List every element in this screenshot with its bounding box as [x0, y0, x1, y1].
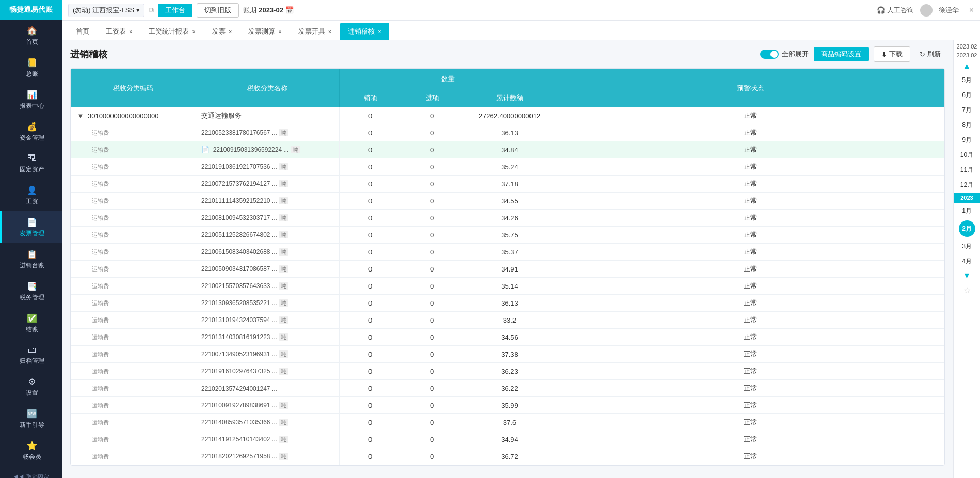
- period-label: 账期 2023-02 📅: [243, 6, 294, 15]
- product-code-button[interactable]: 商品编码设置: [814, 47, 869, 61]
- refresh-icon: ↻: [920, 51, 925, 58]
- table-row: 运输费 📄 22100915031396592224 ... 吨 0 0 34.…: [71, 141, 944, 158]
- refresh-button[interactable]: ↻ 刷新: [915, 47, 945, 61]
- sidebar-item-archive[interactable]: 🗃 归档管理: [0, 339, 62, 371]
- cell-invoice: 22101419125410143402 ... 吨: [195, 431, 340, 448]
- cell-invoice: 22102013574294001247 ...: [195, 380, 340, 397]
- cal-month-4[interactable]: 4月: [954, 254, 980, 269]
- sidebar-item-ledger[interactable]: 📒 总账: [0, 52, 62, 84]
- tab-close-salary-stats[interactable]: ×: [192, 28, 195, 35]
- cal-year-label-top: 2023.02: [954, 40, 980, 51]
- calendar-icon[interactable]: 📅: [285, 6, 294, 14]
- tab-home[interactable]: 首页: [68, 23, 97, 40]
- unit-tag: 吨: [279, 436, 288, 443]
- cal-scroll-up[interactable]: ▲: [961, 59, 973, 73]
- sidebar-item-settings[interactable]: ⚙ 设置: [0, 371, 62, 403]
- tab-salary[interactable]: 工资表 ×: [98, 23, 140, 40]
- cell-status: 正常: [556, 380, 944, 397]
- sidebar-item-settle[interactable]: ✅ 结账: [0, 307, 62, 339]
- cell-cumulative: 37.6: [463, 414, 556, 431]
- sidebar-item-label: 首页: [26, 38, 38, 46]
- support-label[interactable]: 🎧 人工咨询: [877, 6, 914, 15]
- workspace-button[interactable]: 工作台: [158, 4, 192, 17]
- expand-toggle[interactable]: [760, 50, 779, 59]
- company-selector[interactable]: (勿动) 江西报宝-LSS ▾: [68, 4, 144, 17]
- cell-invoice: 22101309365208535221 ... 吨: [195, 295, 340, 312]
- cal-scroll-down[interactable]: ▼: [961, 269, 973, 282]
- unit-tag: 吨: [279, 197, 288, 204]
- tab-close-invoice-open[interactable]: ×: [328, 28, 331, 35]
- cal-month-7[interactable]: 7月: [954, 103, 980, 118]
- sidebar-unpin[interactable]: ◀◀ 取消固定: [0, 467, 62, 478]
- cell-purchase: 0: [401, 210, 463, 227]
- cell-invoice: 22100523381780176567 ... 吨: [195, 124, 340, 141]
- cell-cumulative: 34.55: [463, 193, 556, 210]
- tab-salary-stats[interactable]: 工资统计报表 ×: [141, 23, 203, 40]
- sidebar-item-assets[interactable]: 🏗 固定资产: [0, 148, 62, 179]
- unit-tag: 吨: [279, 453, 288, 460]
- th-status: 预警状态: [556, 69, 944, 107]
- cal-month-2-active[interactable]: 2月: [959, 220, 975, 237]
- page-actions: 全部展开 商品编码设置 ⬇ 下载 ↻ 刷新: [760, 46, 945, 62]
- cell-status: 正常: [556, 448, 944, 465]
- cal-month-9[interactable]: 9月: [954, 133, 980, 148]
- cell-sales: 0: [340, 363, 401, 380]
- cell-status: 正常: [556, 312, 944, 329]
- archive-icon: 🗃: [28, 345, 36, 355]
- cell-cumulative: 34.94: [463, 431, 556, 448]
- tab-sales-check[interactable]: 进销稽核 ×: [340, 23, 389, 40]
- cal-month-10[interactable]: 10月: [954, 148, 980, 163]
- cell-status: 正常: [556, 414, 944, 431]
- copy-icon[interactable]: ⧉: [149, 6, 154, 14]
- cell-code: 运输费: [71, 158, 195, 176]
- cal-month-11[interactable]: 11月: [954, 163, 980, 178]
- cal-month-8[interactable]: 8月: [954, 118, 980, 133]
- sales-ledger-icon: 📋: [27, 249, 37, 259]
- cal-month-12[interactable]: 12月: [954, 178, 980, 193]
- back-button[interactable]: 切到旧版: [197, 3, 239, 18]
- tab-close-invoice-calc[interactable]: ×: [278, 28, 281, 35]
- cell-cumulative: 35.99: [463, 397, 556, 414]
- sidebar-item-reports[interactable]: 📊 报表中心: [0, 84, 62, 116]
- collapse-icon[interactable]: ▼: [77, 112, 84, 120]
- cal-month-1[interactable]: 1月: [954, 203, 980, 218]
- unit-tag: 吨: [279, 419, 288, 426]
- sidebar-item-tax[interactable]: 📑 税务管理: [0, 275, 62, 307]
- tab-invoice-calc[interactable]: 发票测算 ×: [240, 23, 289, 40]
- cell-code: 运输费: [71, 176, 195, 193]
- cell-sales: 0: [340, 244, 401, 261]
- sidebar-item-sales-ledger[interactable]: 📋 进销台账: [0, 243, 62, 275]
- cell-invoice: 22101408593571035366 ... 吨: [195, 414, 340, 431]
- download-button[interactable]: ⬇ 下载: [874, 46, 910, 62]
- unit-tag: 吨: [279, 214, 288, 221]
- tab-close-sales-check[interactable]: ×: [378, 28, 381, 35]
- cell-purchase: 0: [401, 312, 463, 329]
- cell-invoice: 📄 22100915031396592224 ... 吨: [195, 141, 340, 158]
- cal-month-6[interactable]: 6月: [954, 88, 980, 103]
- tab-close-invoice[interactable]: ×: [229, 28, 232, 35]
- cell-purchase: 0: [401, 295, 463, 312]
- cell-sales: 0: [340, 329, 401, 346]
- tab-close-salary[interactable]: ×: [129, 28, 132, 35]
- cell-cumulative: 37.18: [463, 176, 556, 193]
- sidebar-item-funds[interactable]: 💰 资金管理: [0, 116, 62, 148]
- close-button[interactable]: ×: [969, 6, 974, 15]
- tab-invoice[interactable]: 发票 ×: [204, 23, 239, 40]
- sidebar-item-guide[interactable]: 🆕 新手引导: [0, 403, 62, 435]
- cell-status: 正常: [556, 363, 944, 380]
- sidebar-item-invoices[interactable]: 📄 发票管理: [0, 211, 62, 243]
- sidebar-item-vip[interactable]: ⭐ 畅会员: [0, 435, 62, 467]
- sidebar-item-home[interactable]: 🏠 首页: [0, 20, 62, 52]
- settle-icon: ✅: [27, 313, 37, 323]
- cal-month-5[interactable]: 5月: [954, 73, 980, 88]
- cell-sales: 0: [340, 414, 401, 431]
- cell-purchase: 0: [401, 431, 463, 448]
- sidebar-item-salary[interactable]: 👤 工资: [0, 179, 62, 211]
- tab-invoice-open[interactable]: 发票开具 ×: [291, 23, 339, 40]
- cell-code: ▼ 3010000000000000000: [71, 107, 195, 124]
- cell-cumulative: 36.13: [463, 295, 556, 312]
- cal-month-3[interactable]: 3月: [954, 239, 980, 254]
- table-row: 运输费 22101111143592152210 ... 吨 0 0 34.55…: [71, 193, 944, 210]
- cell-name: 交通运输服务: [195, 107, 340, 124]
- user-avatar: [920, 4, 933, 17]
